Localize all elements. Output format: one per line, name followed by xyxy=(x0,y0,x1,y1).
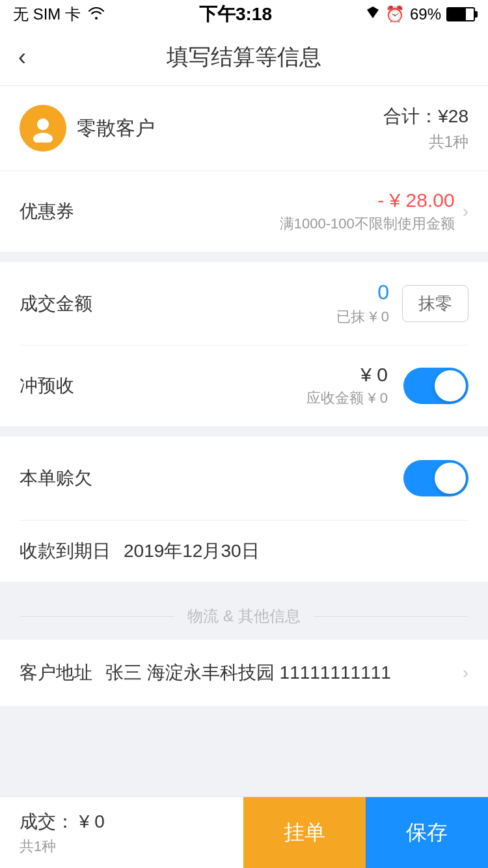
back-button[interactable]: ‹ xyxy=(18,44,26,71)
customer-row: 零散客户 合计：¥28 共1种 xyxy=(0,86,488,170)
transaction-value-wrap: 0 已抹 ¥ 0 xyxy=(336,280,389,327)
debt-label: 本单赊欠 xyxy=(20,466,92,491)
duedate-label: 收款到期日 xyxy=(20,539,111,563)
save-button[interactable]: 保存 xyxy=(366,797,488,869)
customer-avatar xyxy=(20,105,66,152)
bottom-count: 共1种 xyxy=(20,837,224,856)
logistics-separator: 物流 & 其他信息 xyxy=(0,592,488,640)
logistics-sep-text: 物流 & 其他信息 xyxy=(174,607,313,625)
bottom-deal-label: 成交： xyxy=(20,811,74,832)
svg-point-0 xyxy=(37,118,49,130)
coupon-row[interactable]: 优惠券 - ¥ 28.00 满1000-100不限制使用金额 › xyxy=(0,170,488,252)
hang-button[interactable]: 挂单 xyxy=(243,797,366,869)
duedate-value: 2019年12月30日 xyxy=(124,539,260,563)
prepay-value-wrap: ¥ 0 应收金额 ¥ 0 xyxy=(306,364,388,408)
nav-bar: ‹ 填写结算等信息 xyxy=(0,29,488,86)
bottom-info: 成交： ¥ 0 共1种 xyxy=(0,809,243,856)
customer-summary: 合计：¥28 共1种 xyxy=(383,104,468,152)
prepay-toggle[interactable] xyxy=(403,368,468,404)
debt-row: 本单赊欠 xyxy=(20,437,468,520)
coupon-label: 优惠券 xyxy=(20,199,74,224)
battery-icon xyxy=(446,7,475,21)
prepay-amount: ¥ 0 xyxy=(306,364,388,386)
bottom-deal-amount: ¥ 0 xyxy=(79,811,105,832)
coupon-desc: 满1000-100不限制使用金额 xyxy=(280,214,455,234)
transaction-value: 0 xyxy=(336,280,389,305)
address-section: 客户地址 张三 海淀永丰科技园 11111111111 › xyxy=(0,640,488,706)
prepay-right: ¥ 0 应收金额 ¥ 0 xyxy=(306,364,468,408)
customer-section: 零散客户 合计：¥28 共1种 优惠券 - ¥ 28.00 满1000-100不… xyxy=(0,86,488,252)
debt-section: 本单赊欠 收款到期日 2019年12月30日 xyxy=(0,437,488,582)
address-value: 张三 海淀永丰科技园 11111111111 xyxy=(105,660,463,685)
address-row[interactable]: 客户地址 张三 海淀永丰科技园 11111111111 › xyxy=(20,640,468,706)
status-bar: 无 SIM 卡 下午3:18 ⏰ 69% xyxy=(0,0,488,29)
prepay-sub: 应收金额 ¥ 0 xyxy=(306,388,388,408)
coupon-chevron-icon: › xyxy=(463,201,468,222)
duedate-row: 收款到期日 2019年12月30日 xyxy=(20,520,468,582)
status-time: 下午3:18 xyxy=(199,2,272,27)
battery-percent: 69% xyxy=(410,5,441,23)
status-left: 无 SIM 卡 xyxy=(13,4,105,25)
location-icon xyxy=(366,5,380,23)
status-right: ⏰ 69% xyxy=(366,5,475,23)
transaction-label: 成交金额 xyxy=(20,292,92,316)
debt-toggle-knob xyxy=(435,463,466,494)
bottom-bar: 成交： ¥ 0 共1种 挂单 保存 xyxy=(0,796,488,868)
transaction-sub: 已抹 ¥ 0 xyxy=(336,307,389,327)
sim-indicator: 无 SIM 卡 xyxy=(13,4,81,25)
customer-total: 合计：¥28 xyxy=(383,104,468,129)
bottom-deal-line: 成交： ¥ 0 xyxy=(20,809,224,834)
coupon-right: - ¥ 28.00 满1000-100不限制使用金额 › xyxy=(280,189,468,234)
coupon-value: - ¥ 28.00 满1000-100不限制使用金额 xyxy=(280,189,455,234)
transaction-right: 0 已抹 ¥ 0 抹零 xyxy=(336,280,468,327)
page-title: 填写结算等信息 xyxy=(167,42,321,72)
address-chevron-icon: › xyxy=(463,662,468,683)
customer-left: 零散客户 xyxy=(20,105,155,152)
transaction-row: 成交金额 0 已抹 ¥ 0 抹零 xyxy=(20,262,468,346)
customer-name: 零散客户 xyxy=(77,115,155,142)
customer-count: 共1种 xyxy=(383,131,468,152)
wifi-icon xyxy=(87,5,105,23)
address-label: 客户地址 xyxy=(20,660,92,685)
svg-point-1 xyxy=(33,133,53,142)
main-content: 零散客户 合计：¥28 共1种 优惠券 - ¥ 28.00 满1000-100不… xyxy=(0,86,488,794)
toggle-knob xyxy=(435,370,466,401)
round-off-button[interactable]: 抹零 xyxy=(402,285,468,322)
amount-section: 成交金额 0 已抹 ¥ 0 抹零 冲预收 ¥ 0 应收金额 ¥ 0 xyxy=(0,262,488,426)
prepay-row: 冲预收 ¥ 0 应收金额 ¥ 0 xyxy=(20,346,468,426)
prepay-label: 冲预收 xyxy=(20,373,74,398)
debt-toggle[interactable] xyxy=(403,460,468,496)
alarm-icon: ⏰ xyxy=(385,5,405,23)
coupon-amount: - ¥ 28.00 xyxy=(280,189,455,211)
